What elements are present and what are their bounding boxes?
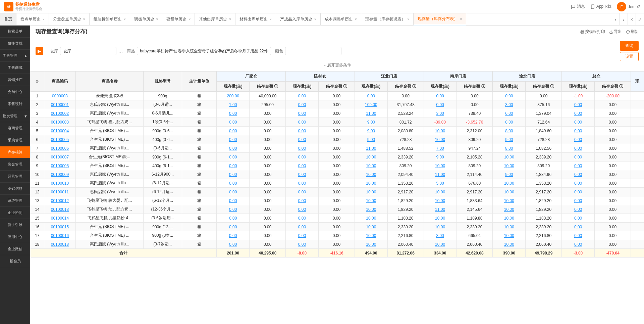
col-group-yubei: 渝北门店 — [493, 72, 562, 82]
table-row: 400100003飞鹤星飞帆 婴儿配方奶...1段(0-6个...箱0.000.… — [31, 118, 644, 127]
table-row: 1100100010惠氏启赋 (Wyeth illu...(6-12月适...箱… — [31, 179, 644, 188]
tab-close-5[interactable]: × — [229, 17, 231, 21]
table-container[interactable]: ⚙ 商品编码 商品名称 规格型号 主计量单位 厂家仓 陈村仓 江北门店 南岸门店… — [30, 71, 644, 324]
app-download-btn[interactable]: App下载 — [590, 4, 611, 9]
filter-color: 颜色 — [275, 47, 341, 55]
sub-yubei-qty: 现存量(主) — [493, 82, 526, 92]
tab-9[interactable]: 现存量（库存状况表）× — [361, 13, 414, 26]
tab-close-9[interactable]: × — [408, 17, 410, 21]
sidebar-item-retail-shop[interactable]: 零售商城 — [0, 62, 30, 74]
product-input[interactable] — [137, 47, 271, 55]
tab-3[interactable]: 调拨单历史 × — [130, 13, 163, 26]
refresh-btn[interactable]: 刷新 — [626, 29, 639, 35]
tab-close-all-btn[interactable]: × — [628, 13, 636, 26]
table-row: 1200100011惠氏启赋 (Wyeth illu...(6-12月适...箱… — [31, 188, 644, 196]
message-btn[interactable]: 消息 — [571, 4, 585, 9]
tab-close-7[interactable]: × — [314, 17, 316, 21]
table-row: 1700100016合生元 (BIOSTIME) ...900g (3岁...箱… — [31, 231, 644, 240]
tab-close-6[interactable]: × — [270, 17, 272, 21]
tab-close-0[interactable]: × — [43, 17, 45, 21]
tab-home[interactable]: 首页 — [0, 13, 16, 26]
color-input[interactable] — [285, 47, 341, 55]
sidebar-item-member[interactable]: 会员中心 — [0, 86, 30, 98]
logo-subtitle: 母婴行业演示陈套 — [15, 7, 42, 11]
tabs-container: 首页 盘点单历史 × 分量盘点单历史 × 组装拆卸单历史 × 调拨单历史 × 要… — [0, 13, 612, 26]
filter-product: 商品 — [127, 47, 271, 55]
export-btn[interactable]: 导出 — [609, 29, 622, 35]
sidebar-item-purchase[interactable]: 采购管理 — [0, 134, 30, 146]
col-current: 现 — [631, 72, 644, 92]
tab-next-btn[interactable]: › — [620, 13, 628, 26]
tab-1[interactable]: 分量盘点单历史 × — [49, 13, 90, 26]
sidebar-item-retail-stats[interactable]: 零售统计 — [0, 98, 30, 110]
logo-text: 畅捷通好生意 — [15, 2, 42, 7]
col-group-jiangbei: 江北门店 — [355, 72, 424, 82]
tab-close-4[interactable]: × — [189, 17, 191, 21]
table-row: 1800100018惠氏启赋 (Wyeth illu...(3-7岁适...箱0… — [31, 240, 644, 249]
sidebar-item-wholesale[interactable]: 批发管理 ▼ — [0, 110, 30, 122]
sidebar-label-retail-mgmt: 零售管理 — [3, 53, 17, 58]
tab-nav-btns: ‹ › × ⤢ — [612, 13, 644, 26]
sidebar-label-wholesale: 批发管理 — [3, 113, 17, 119]
expand-condition-btn[interactable]: 展开更多条件 — [323, 62, 351, 68]
sidebar-item-member2[interactable]: 畅会员 — [0, 255, 30, 267]
tab-6[interactable]: 材料出库单历史 × — [235, 13, 276, 26]
tab-4[interactable]: 要货单历史 × — [162, 13, 195, 26]
tab-close-3[interactable]: × — [156, 17, 158, 21]
sidebar-item-guide[interactable]: 新手引导 — [0, 219, 30, 231]
tab-8[interactable]: 成本调整单历史 × — [321, 13, 361, 26]
message-label: 消息 — [577, 4, 585, 9]
sidebar-item-operations[interactable]: 经营管理 — [0, 171, 30, 183]
sub-total-qty: 现存量(主) — [562, 82, 595, 92]
sidebar-item-shortcut[interactable]: 快捷导航 — [0, 38, 30, 50]
warehouse-label: 仓库 — [50, 48, 58, 54]
sub-chencun-amt: 结存金额 ⓘ — [319, 82, 355, 92]
tab-close-1[interactable]: × — [83, 17, 85, 21]
tab-close-8[interactable]: × — [355, 17, 357, 21]
sidebar-item-marketing[interactable]: 营销推广 — [0, 74, 30, 86]
tab-7[interactable]: 产成品入库单历史 × — [276, 13, 321, 26]
sidebar-item-system[interactable]: 系统管理 — [0, 195, 30, 207]
sidebar-item-enterprise[interactable]: 企业协同 — [0, 207, 30, 219]
tab-expand-btn[interactable]: ⤢ — [636, 13, 644, 26]
table-row: 1500100014飞鹤星飞帆 儿童奶粉 4...(3-6岁适用...箱0.00… — [31, 214, 644, 223]
sidebar-item-search[interactable]: 搜索英单 — [0, 26, 30, 38]
filter-row: ▶ 仓库 ... 商品 颜色 查询 设置 — [36, 41, 639, 61]
main-layout: 搜索英单 快捷导航 零售管理 ▲ 零售商城 营销推广 会员中心 零售统计 批发管… — [0, 26, 644, 324]
sidebar-item-finance[interactable]: 资金管理 — [0, 158, 30, 171]
print-btn[interactable]: 按模板打印 — [580, 29, 605, 35]
col-settings[interactable]: ⚙ — [31, 72, 44, 92]
tab-close-2[interactable]: × — [124, 17, 126, 21]
refresh-label: 刷新 — [631, 29, 639, 35]
sidebar-item-basic-info[interactable]: 基础信息 — [0, 183, 30, 195]
col-group-nanan: 南岸门店 — [424, 72, 493, 82]
sidebar-item-wechat[interactable]: 企业微信 — [0, 243, 30, 255]
sub-jiangbei-qty: 现存量(主) — [355, 82, 387, 92]
page-title: 现存量查询(库存分布) — [36, 28, 88, 35]
warehouse-input[interactable] — [60, 47, 116, 55]
user-area[interactable]: E demo2 — [617, 2, 640, 11]
sidebar-item-app-center[interactable]: 应用中心 — [0, 231, 30, 243]
col-spec-header: 规格型号 — [143, 72, 182, 92]
sub-yubei-amt: 结存金额 ⓘ — [526, 82, 562, 92]
filter-expand-btn[interactable]: ▶ — [36, 47, 43, 55]
table-row: 1600100015合生元 (BIOSTIME) ...900g (12-...… — [31, 223, 644, 231]
query-button[interactable]: 查询 — [620, 41, 639, 51]
tab-2[interactable]: 组装拆卸单历史 × — [90, 13, 130, 26]
tab-close-10[interactable]: × — [460, 17, 462, 21]
tab-0[interactable]: 盘点单历史 × — [16, 13, 49, 26]
sidebar-item-retail-mgmt[interactable]: 零售管理 ▲ — [0, 50, 30, 62]
warehouse-dots[interactable]: ... — [118, 48, 123, 54]
export-label: 导出 — [614, 29, 622, 35]
table-row: 1400100013飞鹤星飞帆 幼儿配方奶...(12-36个月...箱0.00… — [31, 205, 644, 214]
sub-nanan-qty: 现存量(主) — [424, 82, 457, 92]
sidebar-item-ecommerce[interactable]: 电商管理 — [0, 122, 30, 134]
summary-row: 合计201.0040,295.00-8.00-416.16494.0081,27… — [31, 249, 644, 258]
tab-prev-btn[interactable]: ‹ — [612, 13, 620, 26]
tab-10[interactable]: 现存量（库存分布表）× — [414, 13, 466, 26]
content-area: 现存量查询(库存分布) 按模板打印 导出 刷新 ▶ — [30, 26, 644, 324]
tab-5[interactable]: 其他出库单历史 × — [195, 13, 235, 26]
setting-button[interactable]: 设置 — [620, 52, 639, 61]
chevron-up-icon: ▲ — [24, 54, 28, 58]
sidebar-item-inventory[interactable]: 库存核算 — [0, 146, 30, 158]
